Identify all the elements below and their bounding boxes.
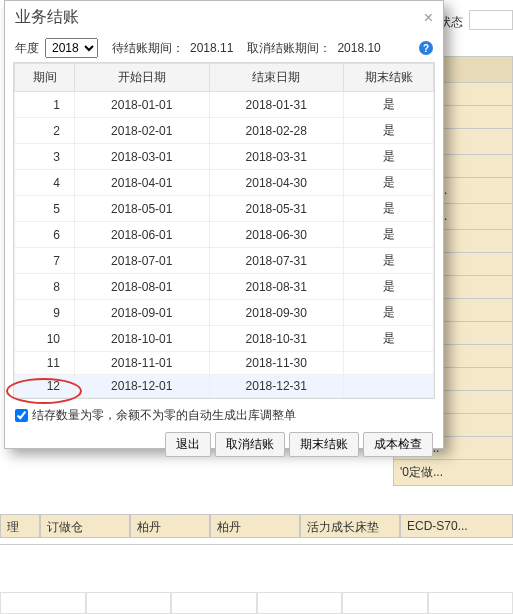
cell-closed: 是	[344, 144, 434, 170]
cell-closed: 是	[344, 300, 434, 326]
table-row[interactable]: 22018-02-012018-02-28是	[15, 118, 434, 144]
cell-start: 2018-10-01	[75, 326, 210, 352]
cell-end: 2018-03-31	[209, 144, 344, 170]
cell-period: 10	[15, 326, 75, 352]
cell-period: 4	[15, 170, 75, 196]
col-period[interactable]: 期间	[15, 64, 75, 92]
cell-closed: 是	[344, 170, 434, 196]
cell-closed: 是	[344, 326, 434, 352]
auto-adjust-label: 结存数量为零，余额不为零的自动生成出库调整单	[32, 407, 296, 424]
cancel-period-value: 2018.10	[337, 41, 380, 55]
cell-start: 2018-04-01	[75, 170, 210, 196]
background-footer	[0, 544, 513, 614]
year-label: 年度	[15, 40, 39, 57]
table-row[interactable]: 52018-05-012018-05-31是	[15, 196, 434, 222]
cell-period: 3	[15, 144, 75, 170]
pending-value: 2018.11	[190, 41, 233, 55]
col-start[interactable]: 开始日期	[75, 64, 210, 92]
col-end[interactable]: 结束日期	[209, 64, 344, 92]
background-bottom-row: 理 订做仓 柏丹 柏丹 活力成长床垫 ECD-S70...	[0, 514, 513, 538]
close-icon[interactable]: ×	[424, 9, 433, 27]
cell-end: 2018-04-30	[209, 170, 344, 196]
table-row[interactable]: 92018-09-012018-09-30是	[15, 300, 434, 326]
col-closed[interactable]: 期末结账	[344, 64, 434, 92]
table-row[interactable]: 62018-06-012018-06-30是	[15, 222, 434, 248]
cell-end: 2018-08-31	[209, 274, 344, 300]
cell-start: 2018-02-01	[75, 118, 210, 144]
table-row[interactable]: 42018-04-012018-04-30是	[15, 170, 434, 196]
cell-period: 5	[15, 196, 75, 222]
cell-end: 2018-05-31	[209, 196, 344, 222]
table-row[interactable]: 102018-10-012018-10-31是	[15, 326, 434, 352]
cancel-close-button[interactable]: 取消结账	[215, 432, 285, 457]
closing-dialog: 业务结账 × 年度 2018 待结账期间： 2018.11 取消结账期间： 20…	[4, 0, 444, 449]
cell-closed: 是	[344, 92, 434, 118]
table-row[interactable]: 12018-01-012018-01-31是	[15, 92, 434, 118]
cell-start: 2018-08-01	[75, 274, 210, 300]
cell-start: 2018-11-01	[75, 352, 210, 375]
cell-end: 2018-11-30	[209, 352, 344, 375]
cell-start: 2018-12-01	[75, 375, 210, 398]
cell-period: 12	[15, 375, 75, 398]
help-icon[interactable]: ?	[419, 41, 433, 55]
cell-period: 9	[15, 300, 75, 326]
cell-period: 1	[15, 92, 75, 118]
cell-closed: 是	[344, 248, 434, 274]
table-row[interactable]: 72018-07-012018-07-31是	[15, 248, 434, 274]
year-select[interactable]: 2018	[45, 38, 98, 58]
cell-end: 2018-09-30	[209, 300, 344, 326]
cell-start: 2018-03-01	[75, 144, 210, 170]
cell-closed: 是	[344, 118, 434, 144]
cell-end: 2018-07-31	[209, 248, 344, 274]
cell-end: 2018-10-31	[209, 326, 344, 352]
cell-closed	[344, 375, 434, 398]
cell-start: 2018-06-01	[75, 222, 210, 248]
cell-period: 2	[15, 118, 75, 144]
cell-start: 2018-01-01	[75, 92, 210, 118]
cell-period: 8	[15, 274, 75, 300]
cell-period: 6	[15, 222, 75, 248]
cell-end: 2018-12-31	[209, 375, 344, 398]
cell-closed	[344, 352, 434, 375]
cell-start: 2018-05-01	[75, 196, 210, 222]
month-close-button[interactable]: 期末结账	[289, 432, 359, 457]
cell-period: 7	[15, 248, 75, 274]
table-row[interactable]: 32018-03-012018-03-31是	[15, 144, 434, 170]
status-input[interactable]	[469, 10, 513, 30]
table-row[interactable]: 122018-12-012018-12-31	[15, 375, 434, 398]
cell-closed: 是	[344, 274, 434, 300]
cell-start: 2018-07-01	[75, 248, 210, 274]
auto-adjust-checkbox[interactable]	[15, 409, 28, 422]
cell-period: 11	[15, 352, 75, 375]
cell-end: 2018-01-31	[209, 92, 344, 118]
cell-start: 2018-09-01	[75, 300, 210, 326]
pending-label: 待结账期间：	[112, 40, 184, 57]
cell-closed: 是	[344, 222, 434, 248]
period-grid: 期间 开始日期 结束日期 期末结账 12018-01-012018-01-31是…	[13, 62, 435, 399]
cell-closed: 是	[344, 196, 434, 222]
cell-end: 2018-06-30	[209, 222, 344, 248]
cancel-period-label: 取消结账期间：	[247, 40, 331, 57]
dialog-title: 业务结账	[15, 7, 79, 28]
cost-check-button[interactable]: 成本检查	[363, 432, 433, 457]
cell-end: 2018-02-28	[209, 118, 344, 144]
table-row[interactable]: 112018-11-012018-11-30	[15, 352, 434, 375]
table-row[interactable]: 82018-08-012018-08-31是	[15, 274, 434, 300]
exit-button[interactable]: 退出	[165, 432, 211, 457]
